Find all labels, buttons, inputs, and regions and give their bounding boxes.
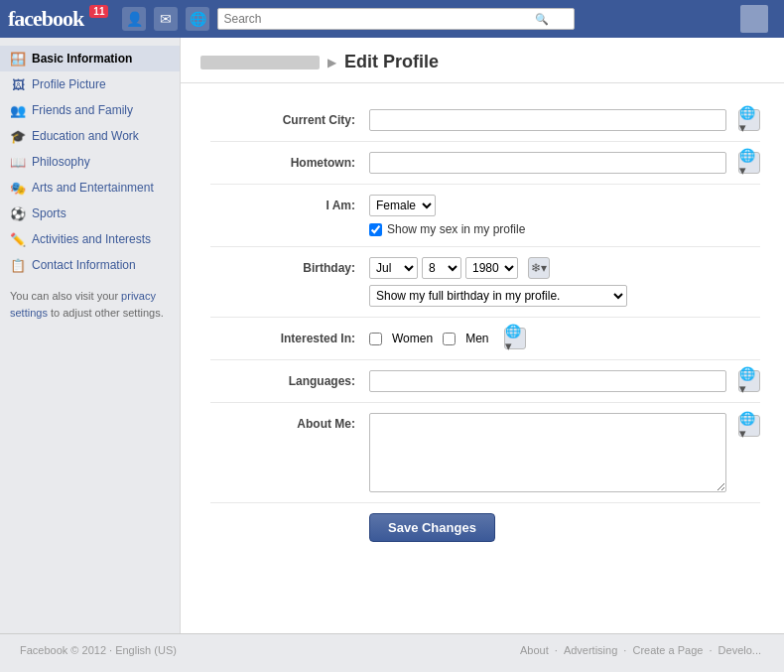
show-birthday-select[interactable]: Show my full birthday in my profile. Sho… xyxy=(369,285,627,307)
interested-men-checkbox[interactable] xyxy=(443,333,456,345)
footer: Facebook © 2012 · English (US) About · A… xyxy=(0,633,784,666)
footer-links: About · Advertising · Create a Page · De… xyxy=(517,644,764,656)
top-nav: facebook 11 👤 ✉ 🌐 🔍 xyxy=(0,0,784,38)
sidebar-label-friends-family: Friends and Family xyxy=(32,103,133,117)
sidebar-label-arts-entertainment: Arts and Entertainment xyxy=(32,181,154,195)
sidebar-item-education-work[interactable]: 🎓 Education and Work xyxy=(0,123,180,149)
about-me-privacy-btn[interactable]: 🌐▾ xyxy=(738,415,760,437)
show-sex-row: Show my sex in my profile xyxy=(369,222,760,236)
contact-icon: 📋 xyxy=(10,257,26,273)
friends-family-icon: 👥 xyxy=(10,102,26,118)
save-changes-button[interactable]: Save Changes xyxy=(369,513,495,542)
friends-nav-icon[interactable]: 👤 xyxy=(122,7,146,31)
current-city-input[interactable] xyxy=(369,109,726,131)
sports-icon: ⚽ xyxy=(10,205,26,221)
birthday-privacy-btn[interactable]: ❄▾ xyxy=(528,257,550,279)
hometown-label: Hometown: xyxy=(210,152,369,170)
form-body: Current City: 🌐▾ Hometown: 🌐▾ xyxy=(181,83,784,558)
sidebar-item-basic-information[interactable]: 🪟 Basic Information xyxy=(0,46,180,71)
sidebar-footer-text1: You can also visit your xyxy=(10,290,121,302)
sidebar-label-basic-information: Basic Information xyxy=(32,52,132,66)
footer-advertising-link[interactable]: Advertising xyxy=(564,644,617,656)
search-input[interactable] xyxy=(217,8,575,30)
sidebar-item-profile-picture[interactable]: 🖼 Profile Picture xyxy=(0,71,180,97)
search-icon: 🔍 xyxy=(535,13,549,26)
sidebar-item-arts-entertainment[interactable]: 🎭 Arts and Entertainment xyxy=(0,175,180,201)
basic-info-icon: 🪟 xyxy=(10,51,26,67)
search-wrapper: 🔍 xyxy=(217,8,555,30)
nav-avatar[interactable] xyxy=(740,5,768,33)
save-button-wrapper: Save Changes xyxy=(210,503,760,542)
current-city-privacy-btn[interactable]: 🌐▾ xyxy=(738,109,760,131)
page-title: Edit Profile xyxy=(344,52,439,72)
interested-in-label: Interested In: xyxy=(210,328,369,345)
birthday-month-select[interactable]: JanFebMarApr MayJunJulAug SepOctNovDec xyxy=(369,257,418,279)
men-label: Men xyxy=(465,332,488,345)
i-am-select[interactable]: Female Male xyxy=(369,195,436,216)
philosophy-icon: 📖 xyxy=(10,154,26,170)
interested-in-row: Interested In: Women Men 🌐▾ xyxy=(210,318,760,360)
sidebar-item-sports[interactable]: ⚽ Sports xyxy=(0,201,180,226)
sidebar: 🪟 Basic Information 🖼 Profile Picture 👥 … xyxy=(0,38,181,633)
messages-nav-icon[interactable]: ✉ xyxy=(154,7,178,31)
hometown-privacy-btn[interactable]: 🌐▾ xyxy=(738,152,760,174)
languages-label: Languages: xyxy=(210,370,369,388)
footer-create-page-link[interactable]: Create a Page xyxy=(632,644,703,656)
birthday-label: Birthday: xyxy=(210,257,369,275)
i-am-row: I Am: Female Male Show my sex in my prof… xyxy=(210,185,760,247)
languages-privacy-btn[interactable]: 🌐▾ xyxy=(738,370,760,392)
activities-icon: ✏️ xyxy=(10,231,26,247)
profile-picture-icon: 🖼 xyxy=(10,76,26,92)
hometown-field: 🌐▾ xyxy=(369,152,760,174)
birthday-field: JanFebMarApr MayJunJulAug SepOctNovDec 1… xyxy=(369,257,760,307)
sidebar-item-friends-family[interactable]: 👥 Friends and Family xyxy=(0,97,180,123)
hometown-row: Hometown: 🌐▾ xyxy=(210,142,760,185)
languages-input[interactable] xyxy=(369,370,726,392)
interested-women-checkbox[interactable] xyxy=(369,333,382,345)
birthday-year-select[interactable]: 19781979198019811982 xyxy=(465,257,518,279)
footer-about-link[interactable]: About xyxy=(520,644,549,656)
sidebar-footer: You can also visit your privacy settings… xyxy=(0,278,180,331)
show-birthday-row: Show my full birthday in my profile. Sho… xyxy=(369,285,760,307)
breadcrumb-arrow: ▶ xyxy=(327,56,336,69)
sidebar-label-sports: Sports xyxy=(32,206,66,220)
current-city-field: 🌐▾ xyxy=(369,109,760,131)
notification-badge: 11 xyxy=(89,5,108,18)
education-icon: 🎓 xyxy=(10,128,26,144)
i-am-label: I Am: xyxy=(210,195,369,212)
interested-checkboxes: Women Men 🌐▾ xyxy=(369,328,760,349)
footer-copyright: Facebook © 2012 · English (US) xyxy=(20,644,177,656)
notifications-nav-icon[interactable]: 🌐 xyxy=(186,7,209,31)
sidebar-label-education-work: Education and Work xyxy=(32,129,139,143)
sidebar-item-contact-information[interactable]: 📋 Contact Information xyxy=(0,252,180,278)
birthday-row: Birthday: JanFebMarApr MayJunJulAug SepO… xyxy=(210,247,760,318)
sidebar-item-philosophy[interactable]: 📖 Philosophy xyxy=(0,149,180,175)
main-content: ▶ Edit Profile Current City: 🌐▾ Hometown… xyxy=(181,38,784,633)
page-header: ▶ Edit Profile xyxy=(181,38,784,83)
facebook-logo: facebook xyxy=(8,6,83,32)
birthday-day-select[interactable]: 12345 678910 xyxy=(422,257,461,279)
profile-name-blurred xyxy=(200,56,320,69)
sidebar-label-contact-information: Contact Information xyxy=(32,258,136,272)
interested-privacy-btn[interactable]: 🌐▾ xyxy=(504,328,526,349)
i-am-field: Female Male Show my sex in my profile xyxy=(369,195,760,236)
current-city-label: Current City: xyxy=(210,109,369,127)
hometown-input[interactable] xyxy=(369,152,726,174)
about-me-field: 🌐▾ xyxy=(369,413,760,492)
sidebar-label-philosophy: Philosophy xyxy=(32,155,90,169)
footer-develo-link[interactable]: Develo... xyxy=(719,644,761,656)
about-me-label: About Me: xyxy=(210,413,369,431)
about-me-row: About Me: 🌐▾ xyxy=(210,403,760,503)
sidebar-item-activities-interests[interactable]: ✏️ Activities and Interests xyxy=(0,226,180,252)
show-sex-label: Show my sex in my profile xyxy=(387,222,525,236)
birthday-selects-row: JanFebMarApr MayJunJulAug SepOctNovDec 1… xyxy=(369,257,760,279)
current-city-row: Current City: 🌐▾ xyxy=(210,99,760,142)
main-wrapper: 🪟 Basic Information 🖼 Profile Picture 👥 … xyxy=(0,38,784,633)
show-sex-checkbox[interactable] xyxy=(369,223,382,236)
interested-in-field: Women Men 🌐▾ xyxy=(369,328,760,349)
languages-field: 🌐▾ xyxy=(369,370,760,392)
sidebar-label-profile-picture: Profile Picture xyxy=(32,77,106,91)
women-label: Women xyxy=(392,332,433,345)
about-me-textarea[interactable] xyxy=(369,413,726,492)
sidebar-label-activities-interests: Activities and Interests xyxy=(32,232,151,246)
